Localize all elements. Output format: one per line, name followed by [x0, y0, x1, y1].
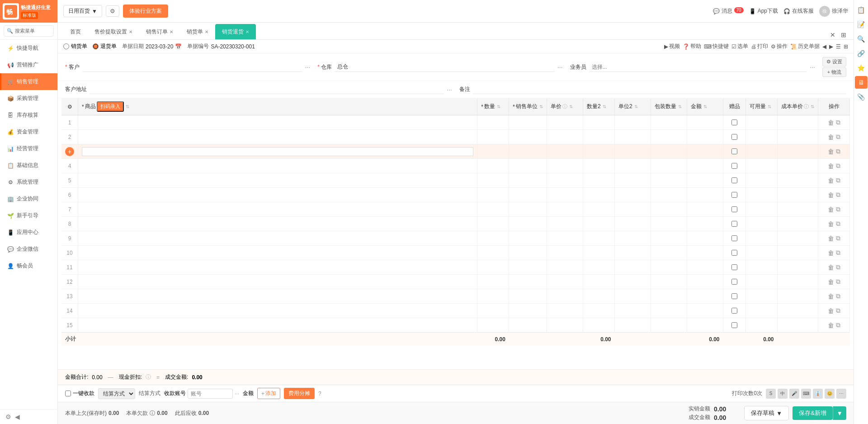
sidebar-item-basic[interactable]: 📋 基础信息	[0, 157, 57, 174]
tab-home[interactable]: 首页	[63, 24, 88, 39]
settings-bottom-button[interactable]: ⚙	[5, 413, 11, 420]
radio-return[interactable]: 退货单	[93, 43, 117, 50]
col-sort-qty2[interactable]: ⇅	[603, 104, 606, 109]
add-button[interactable]: + 添加	[257, 388, 280, 399]
right-panel-search-icon[interactable]: 🔍	[855, 33, 868, 45]
cost-info-icon[interactable]: ⓘ	[804, 103, 809, 110]
sidebar-item-newbie[interactable]: 🌱 新手引导	[0, 207, 57, 224]
account-input[interactable]	[188, 389, 233, 399]
address-input[interactable]	[90, 85, 444, 94]
save-new-button[interactable]: 保存&新增	[793, 406, 833, 420]
tab-sales-order[interactable]: 销售订单 ✕	[139, 24, 180, 39]
tab-maximize-button[interactable]: ⊞	[839, 30, 848, 39]
one-click-checkbox[interactable]: 一键收款	[65, 390, 94, 397]
ime-icon-face[interactable]: 😊	[825, 389, 835, 399]
online-service-item[interactable]: 🎧 在线客服	[783, 7, 814, 15]
tab-price-settings[interactable]: 售价提取设置 ✕	[88, 24, 139, 39]
category-select[interactable]: 日用百货 ▼	[63, 5, 102, 17]
gift-checkbox-row-11[interactable]	[731, 264, 737, 270]
calc-link[interactable]: 结算方式	[139, 390, 160, 397]
delete-row-button-8[interactable]: 🗑	[828, 220, 834, 228]
ime-icon-tshirt[interactable]: 👔	[813, 389, 823, 399]
scan-button[interactable]: 扫码录入	[97, 101, 124, 112]
col-sort-available[interactable]: ⇅	[768, 104, 771, 109]
copy-row-button-7[interactable]: ⧉	[836, 205, 840, 213]
user-item[interactable]: 徐 徐泽华	[819, 6, 848, 17]
copy-row-button-14[interactable]: ⧉	[836, 307, 840, 314]
staff-dots[interactable]: ···	[810, 63, 815, 71]
trial-button[interactable]: 体验行业方案	[123, 5, 168, 18]
settlement-method-select[interactable]: 结算方式	[98, 388, 135, 399]
app-download-item[interactable]: 📱 App下载	[749, 7, 778, 15]
gift-checkbox-row-5[interactable]	[731, 177, 737, 183]
delete-row-button-14[interactable]: 🗑	[828, 307, 834, 314]
tab-close-button[interactable]: ✕	[828, 30, 837, 39]
save-new-dropdown-button[interactable]: ▼	[833, 406, 846, 420]
warehouse-dots[interactable]: ···	[557, 63, 563, 71]
save-draft-button[interactable]: 保存草稿 ▼	[744, 406, 789, 420]
copy-row-button-15[interactable]: ⧉	[836, 321, 840, 329]
product-input-row-3[interactable]	[82, 147, 473, 156]
col-sort-cost[interactable]: ⇅	[811, 104, 814, 109]
copy-row-button-11[interactable]: ⧉	[836, 263, 840, 271]
next-button[interactable]: ▶	[829, 43, 833, 50]
gift-checkbox-row-13[interactable]	[731, 293, 737, 299]
ime-icon-key[interactable]: ⌨	[801, 389, 811, 399]
copy-row-button-6[interactable]: ⧉	[836, 191, 840, 199]
col-sort-price[interactable]: ⇅	[569, 104, 573, 109]
list-view-button[interactable]: ☰	[836, 43, 841, 50]
account-dots[interactable]: ···	[235, 391, 239, 397]
customer-dots[interactable]: ···	[305, 63, 311, 71]
col-header-gear[interactable]: ⚙	[61, 98, 78, 115]
copy-row-button-5[interactable]: ⧉	[836, 176, 840, 184]
gift-checkbox-row-4[interactable]	[731, 163, 737, 169]
tab-shipment-close[interactable]: ✕	[205, 29, 208, 34]
feiyong-button[interactable]: 费用分摊	[284, 388, 315, 399]
ime-icon-s[interactable]: S	[766, 389, 776, 399]
copy-row-button-2[interactable]: ⧉	[836, 133, 840, 141]
operation-button[interactable]: ⚙ 操作	[771, 43, 788, 50]
radio-shipment[interactable]: 销货单	[63, 43, 87, 50]
delete-row-button-7[interactable]: 🗑	[828, 205, 834, 213]
copy-row-button-8[interactable]: ⧉	[836, 220, 840, 228]
sidebar-item-sales[interactable]: 🛒 销售管理	[0, 73, 57, 90]
radio-return-input[interactable]	[93, 43, 99, 49]
copy-row-button-9[interactable]: ⧉	[836, 234, 840, 242]
sidebar-item-wechat[interactable]: 💬 企业微信	[0, 241, 57, 257]
delete-row-button-4[interactable]: 🗑	[828, 162, 834, 170]
delete-row-button-3[interactable]: 🗑	[828, 148, 834, 155]
select-button[interactable]: ☑ 选单	[731, 43, 748, 50]
shortcut-button[interactable]: ⌨ 快捷键	[704, 43, 729, 50]
delete-row-button-10[interactable]: 🗑	[828, 249, 834, 257]
sidebar-item-member[interactable]: 👤 畅会员	[0, 257, 57, 274]
gift-checkbox-row-6[interactable]	[731, 192, 737, 198]
gift-checkbox-row-12[interactable]	[731, 279, 737, 285]
copy-row-button-3[interactable]: ⧉	[836, 148, 840, 155]
collapse-button[interactable]: ◀	[15, 413, 20, 420]
add-row-button[interactable]: +	[65, 147, 74, 156]
logistics-button[interactable]: + 物流	[822, 67, 846, 77]
price-info-icon[interactable]: ⓘ	[562, 103, 567, 110]
copy-row-button-4[interactable]: ⧉	[836, 162, 840, 170]
delete-row-button-11[interactable]: 🗑	[828, 263, 834, 271]
address-dots[interactable]: ···	[447, 86, 452, 93]
one-click-checkbox-input[interactable]	[65, 391, 71, 396]
setup-button[interactable]: ⚙ 设置	[822, 57, 846, 67]
ime-icon-more[interactable]: ⋯	[836, 389, 846, 399]
draft-dropdown-icon[interactable]: ▼	[776, 410, 782, 417]
col-sort-unit[interactable]: ⇅	[539, 104, 543, 109]
help-button[interactable]: ❓ 帮助	[683, 43, 701, 50]
delete-row-button-13[interactable]: 🗑	[828, 292, 834, 300]
sidebar-item-shortcut[interactable]: ⚡ 快捷导航	[0, 40, 57, 57]
customer-input[interactable]	[82, 62, 302, 72]
delete-row-button-5[interactable]: 🗑	[828, 176, 834, 184]
radio-shipment-input[interactable]	[63, 43, 69, 49]
ime-icon-mic[interactable]: 🎤	[789, 389, 799, 399]
sidebar-item-operation[interactable]: 📊 经营管理	[0, 140, 57, 157]
calendar-icon[interactable]: 📅	[175, 43, 182, 50]
gift-checkbox-row-3[interactable]	[731, 148, 737, 154]
tab-sales-order-close[interactable]: ✕	[170, 29, 173, 34]
search-button[interactable]: 🔍 搜索菜单	[4, 25, 54, 37]
gift-checkbox-row-10[interactable]	[731, 250, 737, 256]
sidebar-item-finance[interactable]: 💰 资金管理	[0, 124, 57, 140]
